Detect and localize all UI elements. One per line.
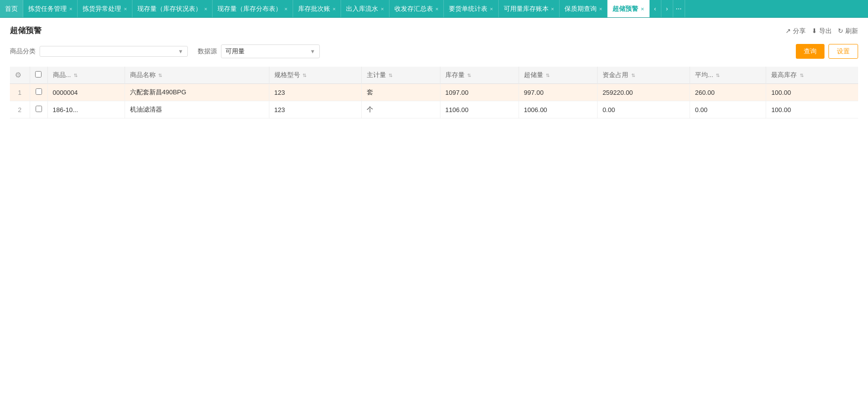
nav-inout-close[interactable]: ×: [381, 6, 384, 12]
nav-overstock-close[interactable]: ×: [641, 6, 644, 12]
nav-exception-close[interactable]: ×: [124, 6, 127, 12]
nav-home[interactable]: 首页: [0, 0, 23, 17]
col-unit-header[interactable]: 主计量 ⇅: [361, 67, 440, 84]
col-stock-header[interactable]: 库存量 ⇅: [440, 67, 519, 84]
col-product-code-label: 商品...: [53, 71, 71, 79]
col-overstock-label: 超储量: [524, 71, 543, 79]
cell-overstock: 1006.00: [519, 101, 597, 118]
table-row: 1 0000004 六配套新昌490BPG 123 套 1097.00 997.…: [10, 84, 858, 101]
nav-task-mgmt-close[interactable]: ×: [69, 6, 72, 12]
nav-stock-dist-close[interactable]: ×: [284, 6, 287, 12]
gear-icon[interactable]: ⚙: [15, 71, 21, 79]
settings-button[interactable]: 设置: [828, 44, 858, 59]
page-title: 超储预警: [10, 26, 42, 36]
sort-icon-name: ⇅: [158, 73, 162, 78]
cell-avg: 0.00: [690, 101, 766, 118]
row-checkbox[interactable]: [36, 88, 42, 95]
category-filter-label: 商品分类: [10, 47, 36, 56]
row-checkbox-cell[interactable]: [30, 101, 47, 118]
nav-prev-arrow[interactable]: ‹: [650, 0, 661, 17]
datasource-select[interactable]: 可用量 ▼: [221, 44, 320, 58]
datasource-filter-label: 数据源: [198, 47, 217, 56]
col-product-code-header[interactable]: 商品... ⇅: [47, 67, 125, 84]
nav-order-stat[interactable]: 要货单统计表 ×: [444, 0, 498, 17]
nav-summary[interactable]: 收发存汇总表 ×: [390, 0, 444, 17]
export-label: 导出: [819, 27, 832, 36]
cell-spec: 123: [269, 84, 361, 101]
row-checkbox-cell[interactable]: [30, 84, 47, 101]
col-avg-label: 平均...: [695, 71, 713, 79]
nav-overstock[interactable]: 超储预警 ×: [608, 0, 649, 17]
nav-inout[interactable]: 出入库流水 ×: [341, 0, 389, 17]
cell-capital: 259220.00: [597, 84, 690, 101]
row-num: 2: [10, 101, 30, 118]
nav-expiry-label: 保质期查询: [564, 4, 597, 13]
cell-avg: 260.00: [690, 84, 766, 101]
category-select[interactable]: ▼: [40, 46, 188, 57]
nav-order-stat-close[interactable]: ×: [490, 6, 493, 12]
col-stock-label: 库存量: [445, 71, 465, 79]
col-max-header[interactable]: 最高库存 ⇅: [766, 67, 858, 84]
nav-stock-status-label: 现存量（库存状况表）: [137, 4, 202, 13]
select-all-checkbox[interactable]: [35, 71, 42, 78]
nav-inout-label: 出入库流水: [346, 4, 378, 13]
nav-next-arrow[interactable]: ›: [661, 0, 673, 17]
chevron-down-icon: ▼: [178, 48, 183, 54]
nav-task-mgmt[interactable]: 拣货任务管理 ×: [23, 0, 78, 17]
cell-product-name: 六配套新昌490BPG: [125, 84, 269, 101]
nav-more-arrow[interactable]: ⋯: [673, 0, 685, 17]
page-container: 超储预警 ↗ 分享 ⬇ 导出 ↻ 刷新 商品分类 ▼ 数据源: [0, 18, 868, 395]
sort-icon-spec: ⇅: [303, 73, 306, 78]
sort-icon-code: ⇅: [74, 73, 78, 78]
nav-expiry[interactable]: 保质期查询 ×: [560, 0, 608, 17]
col-avg-header[interactable]: 平均... ⇅: [690, 67, 766, 84]
cell-product-name: 机油滤清器: [125, 101, 269, 118]
cell-capital: 0.00: [597, 101, 690, 118]
col-product-name-label: 商品名称: [130, 71, 156, 79]
export-action[interactable]: ⬇ 导出: [812, 27, 832, 36]
cell-stock: 1097.00: [440, 84, 519, 101]
nav-available-close[interactable]: ×: [551, 6, 554, 12]
chevron-down-icon-2: ▼: [310, 48, 315, 54]
col-overstock-header[interactable]: 超储量 ⇅: [519, 67, 597, 84]
cell-max-stock: 100.00: [766, 84, 858, 101]
nav-stock-status-close[interactable]: ×: [204, 6, 207, 12]
nav-batch-label: 库存批次账: [298, 4, 330, 13]
nav-stock-dist[interactable]: 现存量（库存分布表） ×: [213, 0, 293, 17]
col-gear[interactable]: ⚙: [10, 67, 30, 84]
col-spec-header[interactable]: 规格型号 ⇅: [269, 67, 361, 84]
sort-icon-avg: ⇅: [716, 73, 720, 78]
col-capital-label: 资金占用: [603, 71, 628, 79]
data-table: ⚙ 商品... ⇅ 商品名称 ⇅ 规格型号 ⇅: [10, 67, 858, 118]
row-num: 1: [10, 84, 30, 101]
nav-summary-close[interactable]: ×: [435, 6, 438, 12]
datasource-select-value: 可用量: [225, 47, 245, 56]
share-action[interactable]: ↗ 分享: [785, 27, 806, 36]
nav-expiry-close[interactable]: ×: [599, 6, 602, 12]
filter-buttons: 查询 设置: [796, 44, 858, 59]
cell-spec: 123: [269, 101, 361, 118]
cell-overstock: 997.00: [519, 84, 597, 101]
nav-summary-label: 收发存汇总表: [394, 4, 433, 13]
query-button[interactable]: 查询: [796, 44, 825, 59]
share-icon: ↗: [785, 27, 791, 35]
nav-batch[interactable]: 库存批次账 ×: [293, 0, 341, 17]
nav-stock-status[interactable]: 现存量（库存状况表） ×: [132, 0, 213, 17]
nav-exception-label: 拣货异常处理: [83, 4, 121, 13]
nav-batch-close[interactable]: ×: [333, 6, 336, 12]
refresh-action[interactable]: ↻ 刷新: [838, 27, 858, 36]
cell-stock: 1106.00: [440, 101, 519, 118]
col-unit-label: 主计量: [367, 71, 386, 79]
nav-exception[interactable]: 拣货异常处理 ×: [78, 0, 132, 17]
page-header: 超储预警 ↗ 分享 ⬇ 导出 ↻ 刷新: [10, 26, 858, 36]
nav-available-label: 可用量库存账本: [504, 4, 549, 13]
cell-unit: 套: [361, 84, 440, 101]
cell-max-stock: 100.00: [766, 101, 858, 118]
table-header-row: ⚙ 商品... ⇅ 商品名称 ⇅ 规格型号 ⇅: [10, 67, 858, 84]
col-product-name-header[interactable]: 商品名称 ⇅: [125, 67, 269, 84]
row-checkbox[interactable]: [36, 106, 42, 112]
nav-stock-dist-label: 现存量（库存分布表）: [217, 4, 282, 13]
nav-available[interactable]: 可用量库存账本 ×: [499, 0, 560, 17]
col-checkbox-header[interactable]: [30, 67, 47, 84]
col-capital-header[interactable]: 资金占用 ⇅: [597, 67, 690, 84]
